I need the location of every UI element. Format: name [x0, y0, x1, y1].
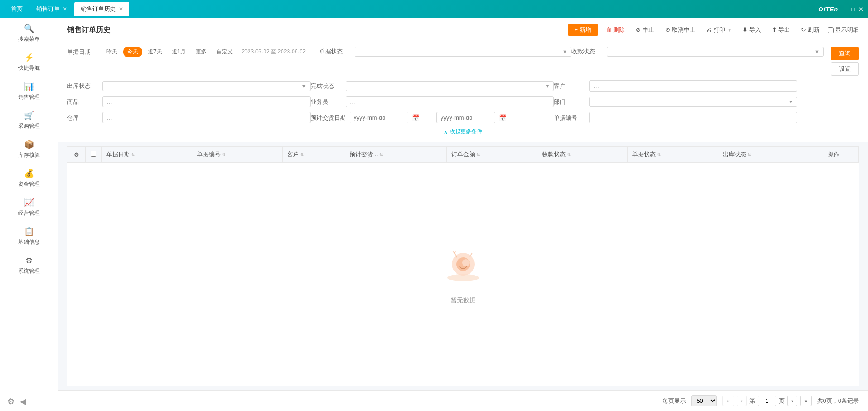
sidebar-item-purchase[interactable]: 🛒 采购管理	[0, 105, 58, 134]
delivery-date-label: 预计交货日期	[311, 114, 346, 122]
sidebar-item-quick-nav[interactable]: ⚡ 快捷导航	[0, 47, 58, 76]
minimize-button[interactable]: —	[842, 6, 848, 13]
tab-home[interactable]: 首页	[5, 2, 29, 16]
page-title-row: 销售订单历史 + 新增 🗑 删除 ⊘ 中止 ⊘ 取消中止 🖨 打印 ▼ ⬇ 导入…	[67, 24, 859, 36]
date-btn-custom[interactable]: 自定义	[212, 47, 237, 57]
settings-th-icon[interactable]: ⚙	[74, 151, 79, 158]
svg-line-7	[453, 251, 454, 253]
payment-status-select[interactable]: ▼	[607, 47, 824, 57]
th-no[interactable]: 单据编号⇅	[192, 147, 283, 163]
th-no-label: 单据编号	[197, 150, 221, 159]
sidebar-item-fund[interactable]: 💰 资金管理	[0, 163, 58, 192]
print-button[interactable]: 🖨 打印 ▼	[704, 24, 735, 36]
first-page-button[interactable]: «	[722, 396, 734, 406]
query-button[interactable]: 查询	[831, 47, 859, 60]
th-payment-status[interactable]: 收款状态⇅	[537, 147, 628, 163]
dept-select[interactable]: ▼	[589, 97, 797, 107]
sidebar-item-inventory[interactable]: 📦 库存核算	[0, 134, 58, 163]
sidebar-item-fund-label: 资金管理	[18, 180, 40, 188]
filter-area: 单据日期 昨天 今天 近7天 近1月 更多 自定义 2023-06-02 至 2…	[58, 42, 868, 142]
th-actions-label: 操作	[828, 151, 839, 158]
close-window-button[interactable]: ✕	[858, 6, 863, 13]
th-date[interactable]: 单据日期⇅	[102, 147, 192, 163]
new-button[interactable]: + 新增	[568, 24, 598, 36]
salesperson-input[interactable]: …	[346, 96, 554, 107]
date-btn-1month[interactable]: 近1月	[168, 47, 190, 57]
sidebar-item-search-menu[interactable]: 🔍 搜索菜单	[0, 18, 58, 47]
date-dash: —	[425, 114, 431, 121]
th-order-status[interactable]: 单据状态⇅	[628, 147, 718, 163]
sidebar-settings-icon[interactable]: ⚙	[7, 396, 14, 406]
setting-button[interactable]: 设置	[831, 62, 859, 76]
import-button[interactable]: ⬇ 导入	[740, 24, 764, 36]
tab-sales-order[interactable]: 销售订单 ✕	[30, 2, 73, 16]
status-label: 单据状态	[319, 48, 351, 56]
total-text: 共0页，0条记录	[817, 397, 859, 405]
complete-status-select[interactable]: ▼	[346, 81, 554, 91]
tab-sales-order-close[interactable]: ✕	[62, 6, 67, 12]
th-payment-status-label: 收款状态	[542, 150, 566, 159]
sidebar-item-sales-label: 销售管理	[18, 93, 40, 101]
date-btn-yesterday[interactable]: 昨天	[102, 47, 121, 57]
display-detail-checkbox[interactable]: 显示明细	[828, 26, 859, 34]
next-page-button[interactable]: ›	[787, 396, 797, 406]
sidebar-item-operation-label: 经营管理	[18, 209, 40, 217]
page-footer: 每页显示 50 10 20 100 « ‹ 第 页 › » 共0页，0条记录	[58, 390, 868, 411]
th-amount-label: 订单金额	[451, 150, 475, 159]
delivery-date-to[interactable]	[436, 112, 495, 123]
display-detail-input[interactable]	[828, 27, 834, 33]
sidebar-collapse-icon[interactable]: ◀	[20, 396, 26, 406]
delivery-date-from[interactable]	[350, 112, 408, 123]
warehouse-input[interactable]: …	[102, 112, 311, 123]
th-customer-label: 客户	[287, 150, 299, 159]
select-all-checkbox[interactable]	[91, 151, 96, 157]
delete-button[interactable]: 🗑 删除	[603, 24, 628, 36]
th-amount[interactable]: 订单金额⇅	[447, 147, 537, 163]
goods-label: 商品	[67, 98, 99, 106]
checkbox-th[interactable]	[86, 147, 102, 163]
refresh-button[interactable]: ↻ 刷新	[798, 24, 822, 36]
sidebar-bottom: ⚙ ◀	[0, 392, 58, 411]
sidebar-item-system-label: 系统管理	[18, 267, 40, 275]
per-page-select[interactable]: 50 10 20 100	[691, 395, 717, 406]
sidebar-item-basic-label: 基础信息	[18, 238, 40, 246]
tab-sales-history-close[interactable]: ✕	[119, 6, 123, 12]
page-label-suffix: 页	[779, 397, 785, 405]
date-btn-7days[interactable]: 近7天	[144, 47, 166, 57]
prev-page-button[interactable]: ‹	[737, 396, 747, 406]
collapse-label: 收起更多条件	[450, 128, 482, 135]
tab-sales-history[interactable]: 销售订单历史 ✕	[74, 2, 129, 16]
sidebar-item-system[interactable]: ⚙ 系统管理	[0, 250, 58, 279]
sidebar-item-operation[interactable]: 📈 经营管理	[0, 192, 58, 221]
last-page-button[interactable]: »	[800, 396, 811, 406]
collapse-row[interactable]: ∧ 收起更多条件	[67, 126, 859, 137]
stop-button[interactable]: ⊘ 中止	[633, 24, 657, 36]
customer-input[interactable]: …	[589, 80, 797, 92]
order-no-input[interactable]	[589, 112, 797, 123]
sidebar-item-purchase-label: 采购管理	[18, 122, 40, 130]
th-customer[interactable]: 客户⇅	[283, 147, 345, 163]
sidebar: 🔍 搜索菜单 ⚡ 快捷导航 📊 销售管理 🛒 采购管理 📦 库存核算 💰 资金管…	[0, 18, 58, 411]
calendar-from-icon[interactable]: 📅	[412, 114, 420, 121]
settings-th[interactable]: ⚙	[67, 147, 86, 163]
empty-state: 暂无数据	[67, 163, 859, 386]
sales-icon: 📊	[24, 82, 34, 92]
sidebar-item-sales[interactable]: 📊 销售管理	[0, 76, 58, 105]
page-input[interactable]	[758, 396, 776, 406]
table-area: ⚙ 单据日期⇅ 单据编号⇅ 客户⇅	[58, 142, 868, 390]
th-delivery[interactable]: 预计交货...⇅	[345, 147, 446, 163]
basic-info-icon: 📋	[24, 227, 34, 237]
page-title: 销售订单历史	[67, 25, 110, 35]
sidebar-item-basic-info[interactable]: 📋 基础信息	[0, 221, 58, 250]
main-layout: 🔍 搜索菜单 ⚡ 快捷导航 📊 销售管理 🛒 采购管理 📦 库存核算 💰 资金管…	[0, 18, 868, 411]
order-status-select[interactable]: ▼	[355, 47, 571, 57]
date-btn-more[interactable]: 更多	[192, 47, 211, 57]
goods-input[interactable]: …	[102, 96, 311, 107]
maximize-button[interactable]: □	[851, 6, 855, 13]
date-btn-today[interactable]: 今天	[123, 47, 142, 57]
delivery-status-select[interactable]: ▼	[102, 81, 311, 91]
cancel-button[interactable]: ⊘ 取消中止	[662, 24, 698, 36]
export-button[interactable]: ⬆ 导出	[769, 24, 793, 36]
calendar-to-icon[interactable]: 📅	[499, 114, 507, 121]
th-delivery-status[interactable]: 出库状态⇅	[718, 147, 808, 163]
